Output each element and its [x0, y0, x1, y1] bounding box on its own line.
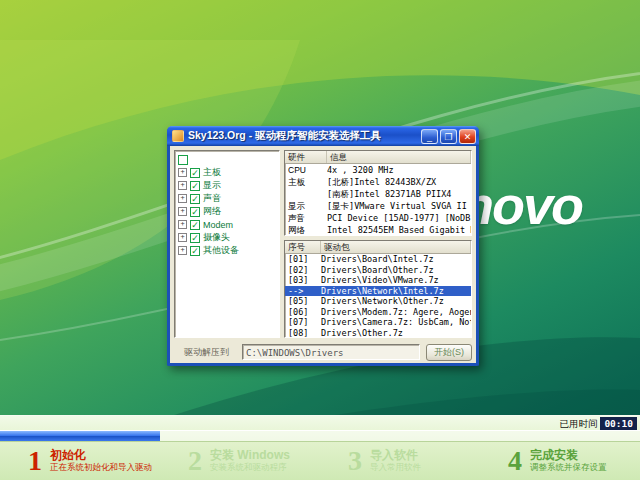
driver-number: [01]	[285, 254, 321, 265]
tree-item-label: 显示	[203, 179, 221, 192]
checkbox-icon[interactable]: ✓	[190, 194, 200, 204]
checkbox-icon[interactable]: ✓	[190, 220, 200, 230]
tree-item[interactable]: +✓声音	[175, 192, 279, 205]
step-text: 初始化正在系统初始化和导入驱动	[50, 446, 152, 473]
tree-item-label: 主板	[203, 166, 221, 179]
hardware-row: [南桥]Intel 82371AB PIIX4	[285, 188, 471, 200]
expand-icon[interactable]: +	[178, 233, 187, 242]
install-step-4: 4完成安装调整系统并保存设置	[480, 444, 640, 480]
hardware-row: 网络Intel 82545EM Based Gigabit Network ..…	[285, 224, 471, 236]
elapsed-time: 00:10	[600, 417, 637, 431]
checkbox-icon[interactable]	[178, 155, 188, 165]
driver-row[interactable]: [06]Drivers\Modem.7z: Agere, Aogen, Cone…	[285, 307, 471, 318]
driver-number: [07]	[285, 317, 321, 328]
driver-row[interactable]: -->Drivers\Network\Intel.7z	[285, 286, 471, 297]
hardware-name: 网络	[285, 224, 327, 236]
hardware-info: Intel 82545EM Based Gigabit Network ...	[327, 224, 471, 236]
checkbox-icon[interactable]: ✓	[190, 207, 200, 217]
expand-icon[interactable]: +	[178, 207, 187, 216]
tree-item-label: 网络	[203, 205, 221, 218]
hardware-info: PCI Device [15AD-1977] [NoDB]	[327, 212, 471, 224]
checkbox-icon[interactable]: ✓	[190, 246, 200, 256]
driver-number: [03]	[285, 275, 321, 286]
step-text: 安装 Windows安装系统和驱动程序	[210, 446, 290, 473]
extract-path-field[interactable]: C:\WINDOWS\Drivers	[242, 344, 420, 360]
install-steps: 1初始化正在系统初始化和导入驱动2安装 Windows安装系统和驱动程序3导入软…	[0, 444, 640, 480]
elapsed-label: 已用时间	[559, 418, 597, 431]
close-button[interactable]: ✕	[459, 129, 476, 144]
step-number: 3	[348, 446, 362, 476]
driver-row[interactable]: [07]Drivers\Camera.7z: UsbCam, NoteBook	[285, 317, 471, 328]
tree-item[interactable]: +✓摄像头	[175, 231, 279, 244]
step-label: 完成安装	[530, 448, 607, 462]
expand-icon[interactable]: +	[178, 246, 187, 255]
driver-row[interactable]: [08]Drivers\Other.7z	[285, 328, 471, 339]
driver-list-header: 序号 驱动包	[285, 241, 471, 254]
hardware-info: 4x , 3200 MHz	[327, 164, 471, 176]
hardware-row: 主板[北桥]Intel 82443BX/ZX	[285, 176, 471, 188]
expand-icon[interactable]: +	[178, 168, 187, 177]
tree-item[interactable]: +✓Modem	[175, 218, 279, 231]
tree-item[interactable]: +✓其他设备	[175, 244, 279, 257]
hardware-info: [北桥]Intel 82443BX/ZX	[327, 176, 471, 188]
driver-row[interactable]: [05]Drivers\Network\Other.7z	[285, 296, 471, 307]
checkbox-icon[interactable]: ✓	[190, 181, 200, 191]
driver-list[interactable]: 序号 驱动包 [01]Drivers\Board\Intel.7z[02]Dri…	[284, 240, 472, 338]
dialog-client-area: +✓主板+✓显示+✓声音+✓网络+✓Modem+✓摄像头+✓其他设备 硬件 信息…	[170, 146, 476, 363]
tree-item-label: Modem	[203, 220, 233, 230]
install-step-1: 1初始化正在系统初始化和导入驱动	[0, 444, 160, 480]
start-button[interactable]: 开始(S)	[426, 344, 472, 361]
tree-item[interactable]	[175, 153, 279, 166]
hardware-name: CPU	[285, 164, 327, 176]
checkbox-icon[interactable]: ✓	[190, 168, 200, 178]
hardware-table-header: 硬件 信息	[285, 151, 471, 164]
info-col-header[interactable]: 信息	[327, 151, 471, 163]
hardware-row: 显示[显卡]VMware Virtual SVGA II	[285, 200, 471, 212]
step-subtitle: 调整系统并保存设置	[530, 462, 607, 473]
driver-tool-window: Sky123.Org - 驱动程序智能安装选择工具 _ ❐ ✕ +✓主板+✓显示…	[167, 126, 479, 366]
device-tree[interactable]: +✓主板+✓显示+✓声音+✓网络+✓Modem+✓摄像头+✓其他设备	[174, 150, 280, 338]
tree-item[interactable]: +✓显示	[175, 179, 279, 192]
minimize-button[interactable]: _	[421, 129, 438, 144]
number-col-header[interactable]: 序号	[285, 241, 321, 253]
expand-icon[interactable]: +	[178, 194, 187, 203]
hardware-name	[285, 188, 327, 200]
driver-package: Drivers\Modem.7z: Agere, Aogen, Cone...	[321, 307, 471, 318]
hardware-col-header[interactable]: 硬件	[285, 151, 327, 163]
driver-number: [08]	[285, 328, 321, 339]
driver-rows: [01]Drivers\Board\Intel.7z[02]Drivers\Bo…	[285, 254, 471, 338]
step-text: 导入软件导入常用软件	[370, 446, 421, 473]
step-label: 初始化	[50, 448, 152, 462]
elapsed-time-group: 已用时间 00:10	[559, 417, 637, 431]
driver-package: Drivers\Network\Intel.7z	[321, 286, 471, 297]
tree-item[interactable]: +✓网络	[175, 205, 279, 218]
hardware-name: 声音	[285, 212, 327, 224]
step-number: 2	[188, 446, 202, 476]
desktop: lenovo Sky123.Org - 驱动程序智能安装选择工具 _ ❐ ✕ +…	[0, 0, 640, 480]
progress-fill	[0, 431, 160, 441]
driver-row[interactable]: [01]Drivers\Board\Intel.7z	[285, 254, 471, 265]
driver-package: Drivers\Board\Intel.7z	[321, 254, 471, 265]
app-icon	[172, 130, 184, 142]
driver-package: Drivers\Network\Other.7z	[321, 296, 471, 307]
expand-icon[interactable]: +	[178, 181, 187, 190]
tree-item[interactable]: +✓主板	[175, 166, 279, 179]
package-col-header[interactable]: 驱动包	[321, 241, 471, 253]
step-subtitle: 安装系统和驱动程序	[210, 462, 290, 473]
title-bar[interactable]: Sky123.Org - 驱动程序智能安装选择工具 _ ❐ ✕	[167, 126, 479, 146]
hardware-table[interactable]: 硬件 信息 CPU4x , 3200 MHz主板[北桥]Intel 82443B…	[284, 150, 472, 236]
window-controls: _ ❐ ✕	[421, 129, 476, 144]
install-step-3: 3导入软件导入常用软件	[320, 444, 480, 480]
extract-label: 驱动解压到	[184, 346, 229, 359]
hardware-name: 显示	[285, 200, 327, 212]
maximize-button[interactable]: ❐	[440, 129, 457, 144]
driver-row[interactable]: [03]Drivers\Video\VMware.7z	[285, 275, 471, 286]
tree-item-label: 声音	[203, 192, 221, 205]
hardware-rows: CPU4x , 3200 MHz主板[北桥]Intel 82443BX/ZX[南…	[285, 164, 471, 236]
hardware-name: 主板	[285, 176, 327, 188]
checkbox-icon[interactable]: ✓	[190, 233, 200, 243]
expand-icon[interactable]: +	[178, 220, 187, 229]
extract-row: 驱动解压到 C:\WINDOWS\Drivers 开始(S)	[170, 342, 476, 362]
driver-row[interactable]: [02]Drivers\Board\Other.7z	[285, 265, 471, 276]
driver-number: [06]	[285, 307, 321, 318]
